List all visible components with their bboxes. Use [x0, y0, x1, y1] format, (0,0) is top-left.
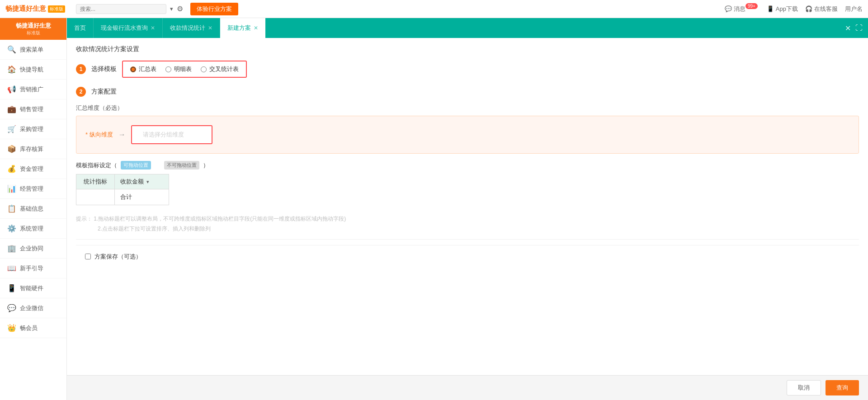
sidebar-item-marketing[interactable]: 📢 营销推广 — [0, 80, 66, 99]
dimension-row: * 纵向维度 → 请选择分组维度 — [85, 125, 849, 144]
top-bar: 畅捷通好生意 标准版 ▾ ⚙ 体验行业方案 💬 消息 99+ 📱 App下载 🎧… — [0, 0, 868, 18]
message-icon: 💬 — [725, 5, 732, 12]
sidebar-item-system[interactable]: ⚙️ 系统管理 — [0, 219, 66, 239]
radio-detail[interactable]: 明细表 — [165, 65, 192, 73]
step1-row: 1 选择模板 汇总表 明细表 — [76, 61, 859, 78]
member-icon: 👑 — [7, 324, 16, 332]
radio-detail-input[interactable] — [165, 66, 171, 72]
download-item[interactable]: 📱 App下载 — [767, 5, 798, 13]
sidebar-logo-text: 畅捷通好生意 — [16, 22, 51, 30]
sidebar-item-inventory-label: 库存核算 — [20, 145, 43, 153]
finance-icon: 💰 — [7, 165, 16, 173]
home-icon: 🏠 — [7, 65, 16, 74]
management-icon: 📊 — [7, 184, 16, 193]
notification-item[interactable]: 💬 消息 99+ — [725, 5, 760, 13]
logo-area: 畅捷通好生意 标准版 — [5, 5, 65, 13]
trial-button[interactable]: 体验行业方案 — [190, 3, 238, 15]
step2-label: 方案配置 — [91, 88, 117, 96]
search-icon: 🔍 — [7, 45, 16, 54]
tab-expand-icon[interactable]: ⛶ — [855, 24, 863, 32]
radio-summary-input[interactable] — [130, 66, 136, 72]
sidebar-item-member-label: 畅会员 — [20, 324, 38, 332]
hardware-icon: 📱 — [7, 284, 16, 292]
sidebar-item-system-label: 系统管理 — [20, 225, 43, 233]
radio-detail-label[interactable]: 明细表 — [174, 65, 192, 73]
tab-receivables-close-icon[interactable]: ✕ — [208, 25, 212, 31]
indicator-row-header: 统计指标 — [76, 174, 115, 205]
sidebar-item-wechat-label: 企业微信 — [20, 304, 43, 312]
indicator-column-header[interactable]: 收款金额 ▾ — [115, 174, 169, 189]
sidebar-item-search-label: 搜索菜单 — [20, 46, 43, 54]
page-inner: 收款情况统计方案设置 1 选择模板 汇总表 明细表 — [67, 38, 868, 375]
dimension-area: * 纵向维度 → 请选择分组维度 — [76, 116, 859, 154]
sidebar-item-marketing-label: 营销推广 — [20, 85, 43, 94]
tab-new-plan-label: 新建方案 — [227, 24, 251, 32]
content-area: 首页 现金银行流水查询 ✕ 收款情况统计 ✕ 新建方案 ✕ ✕ ⛶ — [67, 18, 868, 400]
search-input[interactable] — [76, 4, 166, 14]
sidebar-item-inventory[interactable]: 📦 库存核算 — [0, 139, 66, 159]
step1-circle: 1 — [76, 64, 86, 74]
tab-bank-flow[interactable]: 现金银行流水查询 ✕ — [94, 18, 163, 38]
radio-summary[interactable]: 汇总表 — [130, 65, 156, 73]
gear-icon[interactable]: ⚙ — [177, 5, 183, 13]
radio-cross[interactable]: 交叉统计表 — [201, 65, 239, 73]
arrow-icon: → — [118, 131, 126, 139]
tab-receivables-label: 收款情况统计 — [170, 24, 205, 32]
sidebar-item-hardware-label: 智能硬件 — [20, 284, 43, 292]
sidebar: 畅捷通好生意 标准版 🔍 搜索菜单 🏠 快捷导航 📢 营销推广 💼 销售管理 🛒 — [0, 18, 67, 400]
notification-label: 消息 — [734, 5, 745, 13]
tab-new-plan-close-icon[interactable]: ✕ — [254, 25, 258, 31]
notification-badge: 99+ — [745, 3, 758, 9]
sidebar-item-guide[interactable]: 📖 新手引导 — [0, 259, 66, 278]
user-name: 用户名 — [845, 5, 863, 13]
tab-home[interactable]: 首页 — [67, 18, 94, 38]
sidebar-item-sales[interactable]: 💼 销售管理 — [0, 99, 66, 119]
sidebar-item-finance[interactable]: 💰 资金管理 — [0, 159, 66, 179]
user-item[interactable]: 用户名 — [845, 5, 863, 13]
sidebar-item-management[interactable]: 📊 经营管理 — [0, 179, 66, 199]
hint-text-2: 2.点击标题栏下拉可设置排序、插入列和删除列 — [76, 224, 211, 234]
sidebar-item-nav[interactable]: 🏠 快捷导航 — [0, 60, 66, 80]
service-label: 在线客服 — [814, 5, 838, 13]
radio-cross-label[interactable]: 交叉统计表 — [209, 65, 239, 73]
vertical-dimension-label: * 纵向维度 — [85, 131, 113, 139]
sidebar-item-management-label: 经营管理 — [20, 185, 43, 193]
tab-new-plan[interactable]: 新建方案 ✕ — [220, 18, 265, 38]
sidebar-item-enterprise[interactable]: 🏢 企业协同 — [0, 239, 66, 259]
save-checkbox[interactable] — [85, 254, 91, 259]
sidebar-item-search[interactable]: 🔍 搜索菜单 — [0, 40, 66, 60]
tab-home-label: 首页 — [74, 24, 86, 32]
download-label: App下载 — [776, 5, 798, 13]
sidebar-item-wechat[interactable]: 💬 企业微信 — [0, 298, 66, 318]
purchase-icon: 🛒 — [7, 125, 16, 133]
dimension-section-title: 汇总维度（必选） — [76, 104, 123, 111]
tab-bank-flow-label: 现金银行流水查询 — [101, 24, 148, 32]
service-item[interactable]: 🎧 在线客服 — [805, 5, 838, 13]
sidebar-item-sales-label: 销售管理 — [20, 105, 43, 113]
sidebar-logo: 畅捷通好生意 标准版 — [0, 18, 66, 40]
sidebar-item-hardware[interactable]: 📱 智能硬件 — [0, 278, 66, 298]
dimension-placeholder[interactable]: 请选择分组维度 — [131, 125, 212, 144]
sidebar-item-finance-label: 资金管理 — [20, 165, 43, 173]
radio-cross-input[interactable] — [201, 66, 207, 72]
tab-receivables[interactable]: 收款情况统计 ✕ — [163, 18, 220, 38]
dropdown-arrow-icon[interactable]: ▾ — [170, 5, 173, 12]
column-dropdown-icon[interactable]: ▾ — [146, 179, 149, 185]
query-button[interactable]: 查询 — [826, 380, 859, 395]
tab-close-all-icon[interactable]: ✕ — [845, 24, 851, 33]
save-label[interactable]: 方案保存（可选） — [94, 253, 142, 261]
indicator-category-label: 统计指标 — [84, 178, 107, 185]
sidebar-item-purchase[interactable]: 🛒 采购管理 — [0, 119, 66, 139]
sidebar-item-member[interactable]: 👑 畅会员 — [0, 318, 66, 338]
step2-section: 2 方案配置 汇总维度（必选） * 纵向维度 → — [76, 87, 859, 234]
footer-actions: 取消 查询 — [67, 375, 868, 400]
sidebar-logo-sub: 标准版 — [27, 30, 40, 36]
page-content: 收款情况统计方案设置 1 选择模板 汇总表 明细表 — [67, 38, 868, 375]
indicator-title-text: 模板指标设定（ — [76, 161, 117, 169]
sidebar-item-basic-info[interactable]: 📋 基础信息 — [0, 199, 66, 219]
cancel-button[interactable]: 取消 — [787, 380, 821, 395]
indicator-title-row: 模板指标设定（ 可拖动位置 不可拖动位置 ） — [76, 161, 859, 169]
radio-summary-label[interactable]: 汇总表 — [139, 65, 156, 73]
tab-bank-flow-close-icon[interactable]: ✕ — [151, 25, 155, 31]
indicator-column-subtotal: 合计 — [120, 193, 132, 200]
